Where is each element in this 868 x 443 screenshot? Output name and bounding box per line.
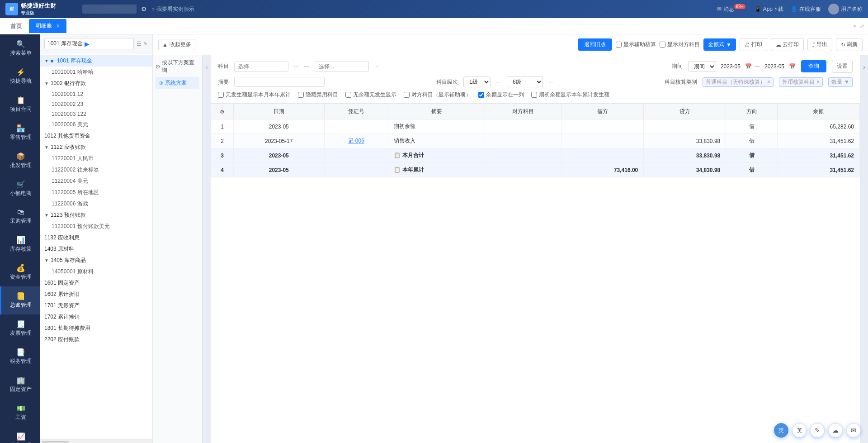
tag-normal-close[interactable]: × (767, 79, 770, 85)
sidebar-item-ledger[interactable]: 📒 总账管理 (0, 286, 40, 314)
show-contra-input[interactable] (660, 42, 665, 48)
tree-item-11220005[interactable]: 11220005 所在地区 (40, 187, 152, 198)
print-btn[interactable]: 🖨 打印 (740, 38, 767, 51)
tree-item-1601[interactable]: 1601 固定资产 (40, 277, 152, 289)
show-contra-checkbox[interactable]: 显示对方科目 (660, 41, 700, 48)
gear-icon[interactable]: ⚙ (141, 5, 147, 13)
tree-item-1403[interactable]: 1403 原材料 (40, 243, 152, 255)
tree-item-1001[interactable]: ▼ 1001 库存现金 (40, 55, 152, 67)
tree-item-11220002[interactable]: 11220002 往来标签 (40, 164, 152, 176)
float-lang-en[interactable]: 英 (792, 423, 807, 438)
tab-close-icon[interactable]: × (57, 23, 60, 29)
tab-home[interactable]: 首页 (4, 19, 29, 33)
back-old-btn[interactable]: 退回旧版 (578, 38, 612, 51)
opt-contra-input[interactable] (404, 92, 410, 98)
date-from-icon[interactable]: 📅 (745, 63, 752, 70)
tree-item-1002[interactable]: ▼ 1002 银行存款 (40, 78, 152, 89)
tree-item-10020001[interactable]: 10020001 12 (40, 89, 152, 99)
settings-btn[interactable]: 设置 (832, 60, 853, 73)
sidebar-item-capital[interactable]: 💰 资金管理 (0, 258, 40, 286)
col-config[interactable]: ⚙ (211, 104, 234, 119)
tree-item-1702[interactable]: 1702 累计摊销 (40, 311, 152, 323)
sidebar-item-ecommerce[interactable]: 🛒 小畅电商 (0, 175, 40, 203)
tree-item-1122[interactable]: ▼ 1122 应收账款 (40, 142, 152, 153)
opt-contra[interactable]: 对方科目（显示辅助项） (404, 91, 471, 99)
account-current-selector[interactable]: 1001 库存现金 ▶ (44, 38, 134, 49)
period-type-select[interactable]: 期间 (688, 61, 716, 72)
expand-btn[interactable]: ▲ 收起更多 (158, 39, 195, 50)
tree-item-1701[interactable]: 1701 无形资产 (40, 300, 152, 311)
sidebar-item-inventory[interactable]: 📊 库存核算 (0, 230, 40, 258)
subject-input[interactable] (234, 62, 288, 71)
tree-item-10020006[interactable]: 10020006 美元 (40, 119, 152, 130)
tree-item-1132[interactable]: 1132 应收利息 (40, 232, 152, 243)
tree-item-11230001[interactable]: 11230001 预付账款美元 (40, 221, 152, 232)
tree-item-10020002[interactable]: 10020002 23 (40, 99, 152, 109)
user-area[interactable]: 用户名称 (828, 4, 863, 14)
opt-no-balance[interactable]: 无余额无发生显示 (345, 91, 396, 99)
account-list-icon[interactable]: ☰ (137, 41, 142, 47)
sidebar-item-search[interactable]: 🔍 搜索菜单 (0, 34, 40, 62)
opt-balance-col[interactable]: 余额显示在一列 (478, 91, 524, 99)
opt-opening[interactable]: 期初余额显示本年累计发生额 (531, 91, 609, 99)
tree-item-11220006[interactable]: 11220006 游戏 (40, 198, 152, 210)
refresh-btn[interactable]: ↻ 刷新 (836, 38, 863, 51)
query-btn[interactable]: 查询 (801, 60, 826, 72)
app-download-btn[interactable]: 📱 App下载 (755, 5, 783, 13)
float-cloud-icon[interactable]: ☁ (828, 423, 843, 438)
tree-item-1801[interactable]: 1801 长期待摊费用 (40, 323, 152, 334)
tab-close-btn[interactable]: × (853, 23, 856, 29)
tab-ledger[interactable]: 明细账 × (29, 19, 66, 33)
horizontal-scrollbar[interactable] (40, 439, 152, 443)
show-aux-input[interactable] (616, 42, 622, 48)
summary-input[interactable] (234, 77, 325, 87)
sidebar-item-retail[interactable]: 🏪 零售管理 (0, 119, 40, 147)
top-search-input[interactable] (82, 5, 137, 14)
sidebar-item-business[interactable]: 📈 经营管理 (0, 427, 40, 443)
system-scheme-item[interactable]: ⊙ 系统方案 (156, 77, 199, 89)
tree-item-1405[interactable]: ▼ 1405 库存商品 (40, 255, 152, 266)
tab-maximize-icon[interactable]: ⤢ (860, 23, 864, 29)
float-mail-icon[interactable]: ✉ (846, 423, 861, 438)
tree-item-1123[interactable]: ▼ 1123 预付账款 (40, 210, 152, 221)
level-to-select[interactable]: 6级 (507, 76, 543, 87)
tree-item-11220001[interactable]: 11220001 人民币 (40, 153, 152, 164)
opt-hide-disabled[interactable]: 隐藏禁用科目 (298, 91, 338, 99)
opt-opening-input[interactable] (531, 92, 537, 98)
tree-item-14050001[interactable]: 14050001 原材料 (40, 266, 152, 277)
sidebar-item-invoice[interactable]: 🧾 发票管理 (0, 314, 40, 343)
export-btn[interactable]: ⤴ 导出 (807, 38, 832, 51)
online-service-btn[interactable]: 👤 在线客服 (791, 5, 821, 13)
tree-item-10020003[interactable]: 10020003 122 (40, 109, 152, 119)
sidebar-item-assets[interactable]: 🏢 固定资产 (0, 371, 40, 399)
opt-hide-disabled-input[interactable] (298, 92, 304, 98)
opt-no-occur-input[interactable] (218, 92, 224, 98)
opt-no-occur[interactable]: 无发生额显示本月本年累计 (218, 91, 291, 99)
tree-item-2202[interactable]: 2202 应付账款 (40, 334, 152, 345)
sidebar-item-salary[interactable]: 💵 工资 (0, 399, 40, 427)
tag-foreign-close[interactable]: × (816, 79, 820, 85)
right-panel-toggle[interactable]: › (860, 55, 868, 443)
sidebar-item-purchase[interactable]: 🛍 采购管理 (0, 203, 40, 230)
level-from-select[interactable]: 1级 (463, 76, 491, 87)
date-to-icon[interactable]: 📅 (789, 63, 796, 70)
tree-item-11220004[interactable]: 11220004 美元 (40, 176, 152, 187)
subject-to-input[interactable] (315, 62, 369, 71)
message-btn[interactable]: ✉ 消息 99+ (717, 5, 747, 13)
cloud-print-btn[interactable]: ☁ 云打印 (771, 38, 804, 51)
sidebar-item-quicknav[interactable]: ⚡ 快捷导航 (0, 62, 40, 91)
show-aux-checkbox[interactable]: 显示辅助核算 (616, 41, 656, 48)
tag-quantity-dropdown[interactable]: ▼ (844, 79, 849, 85)
sidebar-item-tax[interactable]: 📑 税务管理 (0, 343, 40, 371)
float-main-btn[interactable]: 英 (774, 423, 788, 438)
account-edit-icon[interactable]: ✎ (143, 41, 148, 47)
format-dropdown[interactable]: 金额式 ▼ (703, 38, 736, 51)
float-edit-icon[interactable]: ✎ (810, 423, 825, 438)
collapse-panel-btn[interactable]: ‹ (203, 55, 211, 443)
demo-link[interactable]: ○ 我要看实例演示 (151, 5, 194, 13)
sidebar-item-wholesale[interactable]: 📦 批发管理 (0, 147, 40, 175)
cell-voucher[interactable]: 记-006 (324, 134, 388, 148)
tree-item-10010001[interactable]: 10010001 哈哈哈 (40, 67, 152, 78)
tree-item-1602[interactable]: 1602 累计折旧 (40, 289, 152, 300)
opt-no-balance-input[interactable] (345, 92, 351, 98)
